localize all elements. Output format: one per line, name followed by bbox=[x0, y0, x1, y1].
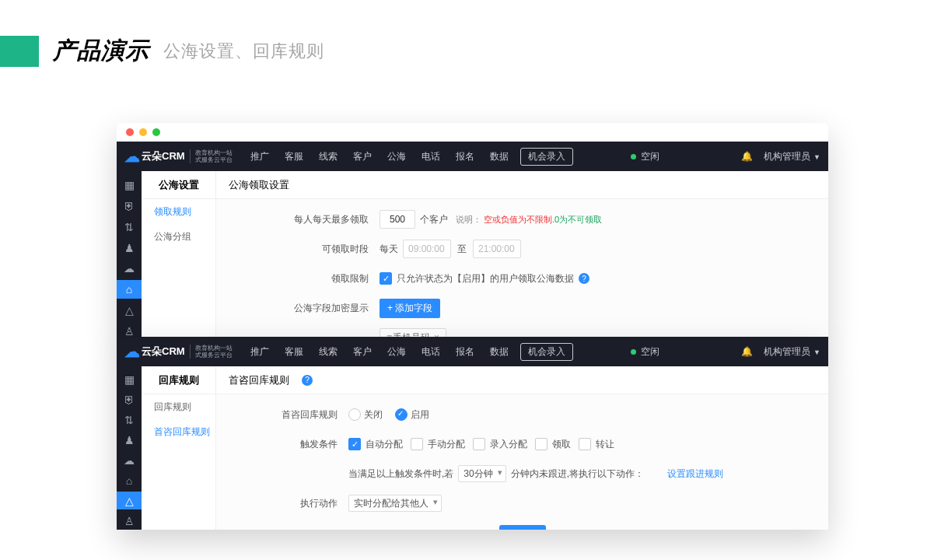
mask-fields-label: 公海字段加密显示 bbox=[216, 302, 380, 315]
top-nav: ☁ 云朵CRM 教育机构一站 式服务云平台 推广 客服 线索 客户 公海 电话 … bbox=[117, 337, 828, 366]
secondary-sidebar: 公海设置 领取规则 公海分组 bbox=[142, 171, 216, 341]
shield-icon[interactable]: ⛨ bbox=[117, 391, 142, 409]
sidebar-item-first-consult-rules[interactable]: 首咨回库规则 bbox=[142, 419, 215, 444]
brand-text: 云朵CRM bbox=[142, 345, 185, 359]
close-icon[interactable] bbox=[126, 128, 134, 136]
status-indicator-icon bbox=[631, 349, 636, 355]
condition-sentence-b: 分钟内未跟进,将执行以下动作： bbox=[511, 467, 644, 481]
page-title: 首咨回库规则 bbox=[229, 373, 289, 387]
opportunity-entry-button[interactable]: 机会录入 bbox=[520, 343, 573, 361]
duration-select[interactable]: 30分钟 bbox=[458, 465, 505, 482]
sidebar-section-title: 公海设置 bbox=[142, 171, 215, 199]
trigger-label: 触发条件 bbox=[216, 438, 348, 451]
screenshot-return-rules: ☁ 云朵CRM 教育机构一站 式服务云平台 推广 客服 线索 客户 公海 电话 … bbox=[117, 337, 828, 530]
time-window-label: 可领取时段 bbox=[216, 243, 380, 256]
chart-icon[interactable]: ⇅ bbox=[117, 411, 142, 429]
nav-signup[interactable]: 报名 bbox=[450, 342, 480, 362]
nav-pool[interactable]: 公海 bbox=[382, 147, 411, 166]
trigger-manual-checkbox[interactable] bbox=[411, 438, 423, 450]
chevron-down-icon: ▼ bbox=[813, 153, 820, 161]
primary-nav: 推广 客服 线索 客户 公海 电话 报名 数据 bbox=[245, 147, 514, 166]
trigger-transfer-checkbox[interactable] bbox=[579, 438, 591, 450]
house-icon[interactable]: ⌂ bbox=[117, 280, 142, 299]
rule-on-radio[interactable] bbox=[395, 408, 408, 421]
condition-sentence-a: 当满足以上触发条件时,若 bbox=[348, 467, 453, 481]
nav-leads[interactable]: 线索 bbox=[313, 147, 343, 166]
action-label: 执行动作 bbox=[216, 497, 348, 510]
primary-nav: 推广 客服 线索 客户 公海 电话 报名 数据 bbox=[245, 342, 514, 362]
sidebar-section-title: 回库规则 bbox=[142, 366, 215, 394]
only-active-users-checkbox[interactable] bbox=[380, 272, 392, 285]
screenshot-high-seas-settings: ☁ 云朵CRM 教育机构一站 式服务云平台 推广 客服 线索 客户 公海 电话 … bbox=[117, 123, 828, 341]
role-dropdown[interactable]: 机构管理员▼ bbox=[764, 150, 820, 163]
user-icon[interactable]: ♟ bbox=[117, 432, 142, 450]
recycle-icon[interactable]: △ bbox=[117, 492, 142, 509]
icon-sidebar: ▦ ⛨ ⇅ ♟ ☁ ⌂ △ ♙ bbox=[117, 366, 142, 530]
max-claim-unit: 个客户 bbox=[420, 213, 448, 226]
status-text: 空闲 bbox=[641, 150, 659, 163]
icon-sidebar: ▦ ⛨ ⇅ ♟ ☁ ⌂ △ ♙ bbox=[117, 171, 142, 341]
nav-phone[interactable]: 电话 bbox=[416, 147, 446, 166]
add-field-button[interactable]: + 添加字段 bbox=[380, 299, 440, 318]
sidebar-item-return-rules[interactable]: 回库规则 bbox=[142, 394, 215, 419]
opportunity-entry-button[interactable]: 机会录入 bbox=[520, 148, 573, 166]
help-icon[interactable]: ? bbox=[302, 375, 313, 386]
secondary-sidebar: 回库规则 回库规则 首咨回库规则 bbox=[142, 366, 216, 530]
person-icon[interactable]: ♙ bbox=[117, 512, 142, 530]
role-dropdown[interactable]: 机构管理员▼ bbox=[764, 345, 820, 359]
brand-logo: ☁ 云朵CRM 教育机构一站 式服务云平台 bbox=[117, 147, 240, 166]
help-icon[interactable]: ? bbox=[579, 273, 589, 284]
logo-sub1: 教育机构一站 bbox=[195, 149, 233, 156]
set-followup-rule-link[interactable]: 设置跟进规则 bbox=[667, 467, 723, 481]
max-claim-input[interactable] bbox=[380, 210, 415, 229]
recycle-icon[interactable]: △ bbox=[117, 301, 142, 320]
nav-signup[interactable]: 报名 bbox=[450, 147, 480, 166]
chart-icon[interactable]: ⇅ bbox=[117, 218, 142, 236]
nav-promote[interactable]: 推广 bbox=[245, 147, 275, 166]
nav-pool[interactable]: 公海 bbox=[382, 342, 411, 362]
trigger-claim-checkbox[interactable] bbox=[535, 438, 547, 450]
user-icon[interactable]: ♟ bbox=[117, 239, 142, 257]
bell-icon[interactable]: 🔔 bbox=[741, 151, 753, 162]
window-controls bbox=[117, 123, 828, 142]
rule-off-radio[interactable] bbox=[348, 408, 361, 421]
cloud-icon[interactable]: ☁ bbox=[117, 260, 142, 278]
time-to-input[interactable] bbox=[473, 240, 521, 258]
house-icon[interactable]: ⌂ bbox=[117, 471, 142, 489]
nav-phone[interactable]: 电话 bbox=[416, 342, 446, 362]
time-prefix: 每天 bbox=[380, 243, 398, 256]
rule-enable-label: 首咨回库规则 bbox=[216, 408, 348, 422]
sidebar-item-groups[interactable]: 公海分组 bbox=[142, 224, 215, 249]
status-text: 空闲 bbox=[641, 345, 659, 359]
minimize-icon[interactable] bbox=[139, 128, 147, 136]
action-select[interactable]: 实时分配给其他人 bbox=[348, 495, 442, 512]
claim-limit-label: 领取限制 bbox=[216, 272, 380, 285]
grid-icon[interactable]: ▦ bbox=[117, 176, 142, 194]
page-title: 公海领取设置 bbox=[216, 171, 828, 199]
shield-icon[interactable]: ⛨ bbox=[117, 197, 142, 215]
nav-customers[interactable]: 客户 bbox=[348, 342, 377, 362]
cloud-icon[interactable]: ☁ bbox=[117, 452, 142, 470]
nav-service[interactable]: 客服 bbox=[279, 147, 309, 166]
trigger-entry-checkbox[interactable] bbox=[473, 438, 485, 450]
trigger-auto-checkbox[interactable] bbox=[348, 438, 361, 450]
cloud-icon: ☁ bbox=[124, 147, 140, 166]
sidebar-item-claim-rules[interactable]: 领取规则 bbox=[142, 199, 215, 224]
save-button[interactable]: 保存 bbox=[499, 525, 546, 530]
bell-icon[interactable]: 🔔 bbox=[741, 346, 753, 357]
time-separator: 至 bbox=[457, 243, 467, 256]
chevron-down-icon: ▼ bbox=[813, 348, 820, 356]
time-from-input[interactable] bbox=[403, 240, 451, 258]
nav-data[interactable]: 数据 bbox=[484, 342, 514, 362]
nav-leads[interactable]: 线索 bbox=[313, 342, 343, 362]
brand-logo: ☁ 云朵CRM 教育机构一站 式服务云平台 bbox=[117, 342, 240, 361]
grid-icon[interactable]: ▦ bbox=[117, 371, 142, 389]
claim-limit-text: 只允许状态为【启用】的用户领取公海数据 bbox=[397, 272, 574, 285]
nav-data[interactable]: 数据 bbox=[484, 147, 514, 166]
nav-service[interactable]: 客服 bbox=[279, 342, 309, 362]
nav-promote[interactable]: 推广 bbox=[245, 342, 275, 362]
nav-customers[interactable]: 客户 bbox=[348, 147, 377, 166]
max-claim-label: 每人每天最多领取 bbox=[216, 213, 380, 226]
slide-title: 产品演示 bbox=[53, 35, 149, 67]
maximize-icon[interactable] bbox=[152, 128, 160, 136]
